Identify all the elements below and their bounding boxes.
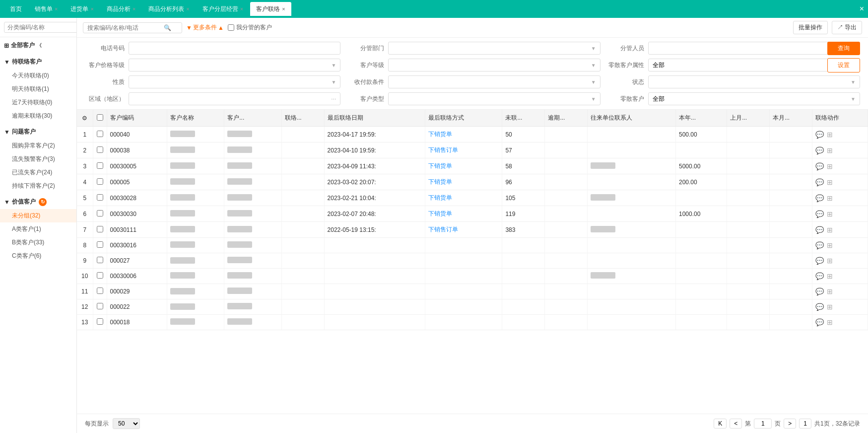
sidebar-item-ungroup[interactable]: 未分组(32)	[0, 209, 76, 222]
col-settings[interactable]: ⚙	[77, 110, 93, 127]
price-tier-select[interactable]: ▼	[129, 59, 340, 72]
row-checkbox[interactable]	[97, 288, 103, 294]
next-page-button[interactable]: >	[784, 419, 796, 429]
row-checkbox[interactable]	[97, 162, 103, 169]
my-customers-checkbox[interactable]	[228, 24, 234, 31]
tab-sales-close[interactable]: ×	[55, 6, 58, 12]
last-method-link[interactable]: 下销货单	[428, 131, 452, 138]
sidebar-item-churn-warning[interactable]: 流失预警客户(3)	[0, 152, 76, 166]
last-method-link[interactable]: 下销售订单	[428, 146, 458, 153]
row-checkbox[interactable]	[97, 272, 103, 279]
region-dots[interactable]: ···	[331, 95, 336, 102]
action-grid-icon[interactable]: ⊞	[827, 178, 833, 186]
tab-customer-contact[interactable]: 客户联络 ×	[250, 2, 291, 16]
action-grid-icon[interactable]: ⊞	[827, 272, 833, 280]
sidebar-item-overdue-pending[interactable]: 逾期未联络(30)	[0, 109, 76, 123]
tab-product-analysis[interactable]: 商品分析 ×	[101, 2, 141, 16]
region-input[interactable]	[133, 95, 329, 102]
select-all-checkbox[interactable]	[97, 114, 103, 121]
action-chat-icon[interactable]: 💬	[815, 162, 824, 170]
action-grid-icon[interactable]: ⊞	[827, 318, 833, 326]
sidebar-item-churned[interactable]: 已流失客户(24)	[0, 166, 76, 179]
customer-type-select[interactable]: ▼	[388, 92, 600, 105]
payment-select[interactable]: ▼	[388, 75, 600, 88]
batch-operation-button[interactable]: 批量操作	[793, 21, 828, 34]
action-grid-icon[interactable]: ⊞	[827, 194, 833, 202]
tab-customer-tier[interactable]: 客户分层经营 ×	[197, 2, 249, 16]
action-grid-icon[interactable]: ⊞	[827, 257, 833, 265]
reset-button[interactable]: 设置	[827, 58, 860, 72]
sidebar-item-declining[interactable]: 持续下滑客户(2)	[0, 179, 76, 193]
last-method-link[interactable]: 下销售订单	[428, 226, 458, 233]
first-page-button[interactable]: K	[714, 419, 727, 429]
action-chat-icon[interactable]: 💬	[815, 318, 824, 326]
phone-input[interactable]	[133, 45, 336, 52]
dept-select[interactable]: ▼	[388, 42, 600, 55]
row-checkbox[interactable]	[97, 241, 103, 248]
action-chat-icon[interactable]: 💬	[815, 194, 824, 202]
status-select[interactable]: ▼	[648, 75, 860, 88]
tab-purchase[interactable]: 进货单 ×	[65, 2, 99, 16]
prev-page-button[interactable]: <	[730, 419, 742, 429]
export-button[interactable]: ↗ 导出	[832, 21, 862, 34]
row-checkbox[interactable]	[97, 146, 103, 153]
sidebar-item-tomorrow-pending[interactable]: 明天待联络(1)	[0, 82, 76, 96]
col-checkbox-header[interactable]	[93, 110, 107, 127]
action-grid-icon[interactable]: ⊞	[827, 303, 833, 311]
tab-purchase-close[interactable]: ×	[90, 6, 93, 12]
action-chat-icon[interactable]: 💬	[815, 288, 824, 295]
sidebar-item-b-class[interactable]: B类客户(33)	[0, 236, 76, 249]
row-checkbox[interactable]	[97, 226, 103, 232]
last-method-link[interactable]: 下销货单	[428, 194, 452, 201]
action-chat-icon[interactable]: 💬	[815, 241, 824, 249]
action-chat-icon[interactable]: 💬	[815, 226, 824, 234]
nature-select[interactable]: ▼	[129, 75, 340, 88]
action-chat-icon[interactable]: 💬	[815, 210, 824, 218]
tab-customer-contact-close[interactable]: ×	[282, 6, 285, 12]
sidebar-item-a-class[interactable]: A类客户(1)	[0, 222, 76, 236]
row-checkbox[interactable]	[97, 303, 103, 309]
page-size-select[interactable]: 50 20 100	[113, 418, 140, 429]
action-chat-icon[interactable]: 💬	[815, 146, 824, 154]
action-grid-icon[interactable]: ⊞	[827, 210, 833, 218]
tab-sales[interactable]: 销售单 ×	[29, 2, 64, 16]
row-checkbox[interactable]	[97, 131, 103, 137]
tab-product-list-close[interactable]: ×	[186, 6, 189, 12]
pending-section-header[interactable]: ▼ 待联络客户	[0, 55, 76, 69]
sidebar-item-today-pending[interactable]: 今天待联络(0)	[0, 69, 76, 82]
action-grid-icon[interactable]: ⊞	[827, 288, 833, 295]
all-customers-header[interactable]: ⊞ 全部客户 《	[0, 38, 76, 53]
window-close-button[interactable]: ×	[860, 4, 864, 13]
action-grid-icon[interactable]: ⊞	[827, 226, 833, 234]
action-chat-icon[interactable]: 💬	[815, 257, 824, 265]
search-icon[interactable]: 🔍	[164, 24, 171, 31]
action-grid-icon[interactable]: ⊞	[827, 146, 833, 154]
row-checkbox[interactable]	[97, 318, 103, 325]
action-chat-icon[interactable]: 💬	[815, 272, 824, 280]
last-method-link[interactable]: 下销货单	[428, 210, 452, 217]
sidebar-search-input[interactable]	[4, 22, 77, 33]
row-checkbox[interactable]	[97, 178, 103, 185]
action-chat-icon[interactable]: 💬	[815, 178, 824, 186]
more-filter-button[interactable]: ▼ 更多条件 ▲	[186, 23, 224, 32]
sparse-select[interactable]: 全部 ▼	[648, 92, 860, 105]
row-checkbox[interactable]	[97, 210, 103, 216]
last-method-link[interactable]: 下销货单	[428, 178, 452, 185]
action-grid-icon[interactable]: ⊞	[827, 162, 833, 170]
search-input[interactable]	[87, 24, 162, 31]
problem-section-header[interactable]: ▼ 问题客户	[0, 125, 76, 139]
row-checkbox[interactable]	[97, 257, 103, 263]
tab-home[interactable]: 首页	[4, 2, 28, 16]
person-input[interactable]	[653, 45, 849, 52]
action-chat-icon[interactable]: 💬	[815, 303, 824, 311]
last-method-link[interactable]: 下销货单	[428, 162, 452, 169]
my-customers-filter[interactable]: 我分管的客户	[228, 23, 272, 32]
sidebar-item-hoarding[interactable]: 囤购异常客户(2)	[0, 139, 76, 152]
tab-product-analysis-close[interactable]: ×	[133, 6, 135, 12]
query-button[interactable]: 查询	[827, 42, 860, 55]
page-number-input[interactable]	[754, 419, 772, 429]
value-section-header[interactable]: ▼ 价值客户 ↻	[0, 195, 76, 209]
tab-customer-tier-close[interactable]: ×	[240, 6, 243, 12]
sidebar-item-7day-pending[interactable]: 近7天待联络(0)	[0, 96, 76, 109]
last-page-button[interactable]: 1	[799, 419, 811, 429]
